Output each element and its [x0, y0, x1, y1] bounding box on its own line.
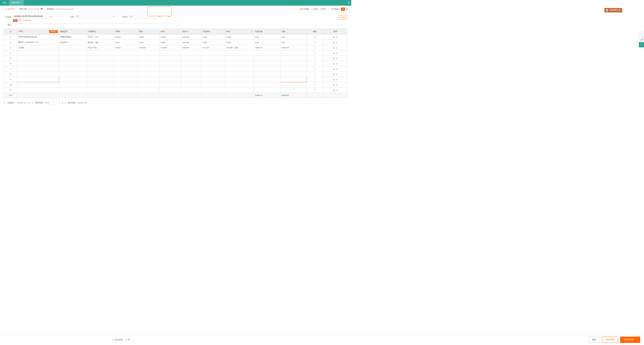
cell-amount[interactable]: 0.00 — [280, 35, 306, 40]
delete-row-icon[interactable]: 🗑 — [333, 47, 335, 49]
add-row-icon[interactable]: ⊕ — [336, 89, 338, 91]
cell-amount[interactable] — [280, 66, 306, 72]
more-icon[interactable]: ••• — [112, 16, 116, 18]
cell-tax[interactable] — [160, 77, 181, 82]
add-row-icon[interactable]: ⊕ — [336, 52, 338, 54]
cell-notax-amt[interactable] — [254, 61, 280, 66]
cell-price[interactable] — [225, 72, 254, 77]
select-action[interactable]: 📑选单 — [311, 8, 318, 10]
cell-tax[interactable] — [160, 50, 181, 56]
cell-tax[interactable] — [160, 56, 181, 61]
cell-spec[interactable] — [59, 56, 87, 61]
cell-unit[interactable] — [86, 87, 114, 93]
cell-amount[interactable] — [280, 56, 306, 61]
ops-action[interactable]: ⊞操作 — [320, 8, 326, 10]
disc-input[interactable]: 0.00 — [45, 101, 56, 104]
cell-tax[interactable] — [160, 82, 181, 88]
cell-unit[interactable] — [86, 61, 114, 66]
cell-qty[interactable] — [114, 66, 138, 72]
cell-price[interactable] — [225, 50, 254, 56]
cell-discount[interactable]: 100.00% — [181, 40, 202, 45]
history-action[interactable]: 📄历史单据 — [328, 8, 339, 10]
cell-price[interactable] — [225, 61, 254, 66]
cell-notax-price[interactable] — [202, 72, 225, 77]
cell-tax[interactable] — [160, 61, 181, 66]
tab-po[interactable]: 采购订单 ✕ — [9, 0, 24, 6]
delete-row-icon[interactable]: 🗑 — [333, 84, 335, 86]
cell-notax-price[interactable] — [202, 61, 225, 66]
cell-price[interactable]: 0.000 — [225, 35, 254, 40]
cell-spec[interactable] — [59, 87, 87, 93]
window-close-icon[interactable]: ✕ — [348, 1, 350, 5]
cell-quote[interactable] — [138, 66, 160, 72]
cell-tax[interactable]: 0.00% — [160, 40, 181, 45]
delete-row-icon[interactable]: 🗑 — [333, 63, 335, 65]
cell-qty[interactable] — [114, 87, 138, 93]
cell-quote[interactable] — [138, 50, 160, 56]
delete-row-icon[interactable]: 🗑 — [333, 58, 335, 60]
cell-product[interactable] — [17, 77, 59, 82]
cell-qty[interactable] — [114, 77, 138, 82]
gift-checkbox[interactable] — [314, 62, 316, 65]
delete-row-icon[interactable]: 🗑 — [333, 68, 335, 70]
cell-spec[interactable]: 早餐休闲食品 — [59, 35, 87, 40]
cell-product[interactable] — [17, 56, 59, 61]
cell-notax-amt[interactable] — [254, 87, 280, 93]
cell-tax[interactable]: 0.00% — [160, 35, 181, 40]
cell-discount[interactable] — [181, 66, 202, 72]
cell-tax[interactable] — [160, 72, 181, 77]
cell-discount[interactable] — [181, 82, 202, 88]
gift-checkbox[interactable] — [314, 68, 316, 70]
supplier-input[interactable]: 大连花园口经济区景和水果种植基地 — [13, 15, 49, 18]
cell-notax-price[interactable] — [202, 82, 225, 88]
cell-notax-price[interactable] — [202, 56, 225, 61]
edit-icon[interactable]: ✎ — [165, 31, 166, 32]
delete-row-icon[interactable]: 🗑 — [333, 42, 335, 44]
gift-checkbox[interactable] — [314, 52, 316, 54]
grid-view-button[interactable]: ⊟ — [345, 8, 349, 11]
tab-home[interactable]: 首页 — [0, 0, 9, 6]
cell-notax-amt[interactable] — [254, 66, 280, 72]
cell-product[interactable] — [17, 66, 59, 72]
cell-amount[interactable] — [280, 77, 306, 82]
cell-quote[interactable] — [138, 61, 160, 66]
cell-price[interactable] — [225, 77, 254, 82]
cell-amount[interactable] — [280, 87, 306, 93]
more-icon[interactable]: ••• — [158, 16, 161, 18]
delete-row-icon[interactable]: 🗑 — [333, 52, 335, 54]
calendar-icon[interactable]: 📅 — [40, 8, 43, 10]
cell-notax-amt[interactable] — [254, 56, 280, 61]
cell-product[interactable] — [17, 82, 59, 88]
cell-price[interactable] — [225, 87, 254, 93]
more-fields-icon[interactable]: ••• — [167, 16, 170, 18]
gift-checkbox[interactable] — [314, 73, 316, 75]
doc-type-tab[interactable]: 📋 采购订单 — [2, 7, 17, 12]
cell-notax-price[interactable] — [202, 87, 225, 93]
cell-price[interactable]: 200.000 历史 — [225, 45, 254, 50]
cell-quote[interactable]: 0.000 — [138, 35, 160, 40]
scan-button[interactable]: 扫码录入 — [49, 30, 58, 33]
add-row-icon[interactable]: ⊕ — [336, 36, 338, 38]
close-icon[interactable]: ✕ — [20, 2, 21, 4]
cell-discount[interactable] — [181, 56, 202, 61]
cell-discount[interactable] — [181, 61, 202, 66]
cell-notax-amt[interactable] — [254, 72, 280, 77]
cell-qty[interactable] — [114, 72, 138, 77]
cell-notax-amt[interactable]: 0.00 — [254, 35, 280, 40]
gift-checkbox[interactable] — [314, 84, 316, 86]
cell-amount[interactable]: 0.00 — [280, 40, 306, 45]
cell-product[interactable]: 费列罗（FERRERO）巧... — [17, 40, 59, 45]
add-row-icon[interactable]: ⊕ — [336, 84, 338, 86]
cell-discount[interactable] — [181, 50, 202, 56]
header-settings[interactable]: ⚙ — [4, 29, 17, 35]
cell-qty[interactable] — [114, 56, 138, 61]
cell-tax[interactable]: 16.00% — [160, 45, 181, 50]
cell-quote[interactable]: 200.000 — [138, 45, 160, 50]
cell-amount[interactable] — [280, 82, 306, 88]
more-icon[interactable]: ••• — [50, 16, 53, 18]
cell-spec[interactable] — [59, 45, 87, 50]
cell-amount[interactable] — [280, 50, 306, 56]
gift-checkbox[interactable] — [314, 89, 316, 91]
cell-spec[interactable] — [59, 77, 87, 82]
cell-unit[interactable] — [86, 66, 114, 72]
